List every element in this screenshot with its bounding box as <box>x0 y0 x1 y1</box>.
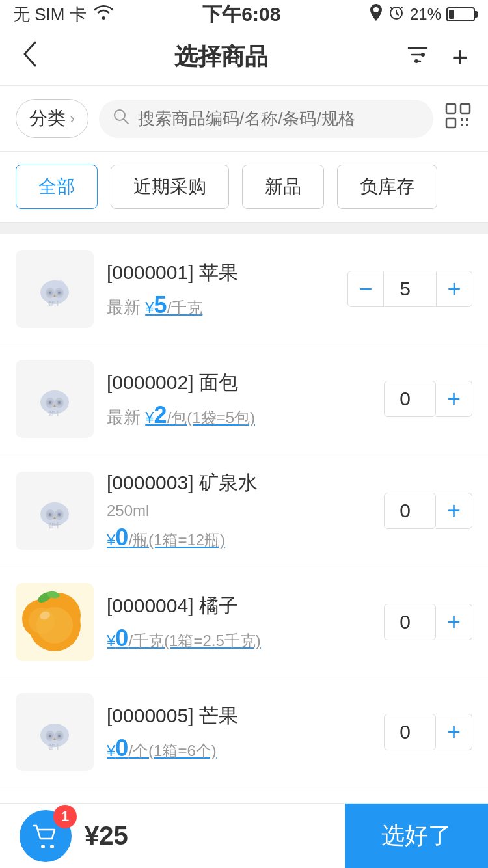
svg-text:智十: 智十 <box>48 410 61 417</box>
nav-actions: + <box>403 40 468 74</box>
product-item: 智十 [0000002] 面包 最新 ¥2/包(1袋=5包) + <box>0 344 488 454</box>
svg-point-2 <box>414 59 418 63</box>
quantity-input[interactable] <box>384 381 436 417</box>
tab-negative[interactable]: 负库存 <box>337 165 437 209</box>
svg-rect-5 <box>446 118 455 128</box>
search-input[interactable] <box>138 109 420 129</box>
status-right: 21% <box>370 4 475 25</box>
carrier-text: 无 SIM 卡 <box>13 3 87 26</box>
product-name: [0000001] 苹果 <box>107 260 334 286</box>
search-icon <box>112 107 130 130</box>
location-icon <box>370 4 383 25</box>
product-info: [0000005] 芒果 ¥0/个(1箱=6个) <box>107 703 371 762</box>
product-thumbnail: 智十 <box>16 472 94 550</box>
cart-area: 1 ¥25 <box>0 810 345 862</box>
category-button[interactable]: 分类 › <box>16 99 88 138</box>
quantity-control: + <box>384 381 472 417</box>
svg-text:智十: 智十 <box>48 743 61 750</box>
product-price: ¥0/千克(1箱=2.5千克) <box>107 625 371 652</box>
product-name: [0000004] 橘子 <box>107 593 371 619</box>
product-item: 智十 [0000001] 苹果 最新 ¥5/千克 − + <box>0 234 488 344</box>
svg-point-40 <box>29 608 55 634</box>
svg-point-15 <box>58 292 61 294</box>
product-info: [0000004] 橘子 ¥0/千克(1箱=2.5千克) <box>107 593 371 652</box>
confirm-button[interactable]: 选好了 <box>345 804 488 869</box>
search-row: 分类 › <box>0 86 488 152</box>
product-thumbnail: 智十 <box>16 360 94 438</box>
product-list: 智十 [0000001] 苹果 最新 ¥5/千克 − + <box>0 234 488 868</box>
quantity-input[interactable] <box>384 271 436 307</box>
battery-percent: 21% <box>410 5 441 23</box>
product-info: [0000001] 苹果 最新 ¥5/千克 <box>107 260 334 319</box>
page-title: 选择商品 <box>174 41 268 73</box>
bottom-bar: 1 ¥25 选好了 <box>0 803 488 868</box>
product-price: ¥0/个(1箱=6个) <box>107 735 371 762</box>
svg-point-33 <box>58 513 61 516</box>
svg-text:智十: 智十 <box>48 300 61 307</box>
scan-icon[interactable] <box>444 102 472 136</box>
wifi-icon <box>93 5 114 25</box>
quantity-plus-button[interactable]: + <box>436 714 472 750</box>
cart-badge: 1 <box>53 805 77 828</box>
quantity-plus-button[interactable]: + <box>436 381 472 417</box>
product-name: [0000003] 矿泉水 <box>107 470 371 496</box>
svg-point-14 <box>49 292 51 294</box>
tab-new[interactable]: 新品 <box>242 165 324 209</box>
product-info: [0000002] 面包 最新 ¥2/包(1袋=5包) <box>107 370 371 429</box>
quantity-control: + <box>384 604 472 640</box>
svg-point-71 <box>41 845 45 848</box>
product-info: [0000003] 矿泉水 250ml ¥0/瓶(1箱=12瓶) <box>107 470 371 551</box>
section-divider <box>0 223 488 234</box>
quantity-control: + <box>384 714 472 750</box>
filter-icon[interactable] <box>403 40 432 74</box>
cart-button[interactable]: 1 <box>20 810 72 862</box>
cart-total: ¥25 <box>85 821 128 850</box>
status-bar: 无 SIM 卡 下午6:08 21% <box>0 0 488 29</box>
quantity-minus-button[interactable]: − <box>347 271 384 307</box>
status-time: 下午6:08 <box>202 1 280 28</box>
product-name: [0000005] 芒果 <box>107 703 371 729</box>
product-item: [0000004] 橘子 ¥0/千克(1箱=2.5千克) + <box>0 567 488 677</box>
quantity-plus-button[interactable]: + <box>436 493 472 529</box>
quantity-control: − + <box>347 271 472 307</box>
tabs-row: 全部 近期采购 新品 负库存 <box>0 152 488 223</box>
quantity-plus-button[interactable]: + <box>436 271 472 307</box>
product-price: 最新 ¥5/千克 <box>107 292 334 319</box>
product-thumbnail: 智十 <box>16 693 94 771</box>
product-thumbnail <box>16 583 94 661</box>
product-item: 智十 [0000003] 矿泉水 250ml ¥0/瓶(1箱=12瓶) + <box>0 454 488 567</box>
svg-point-23 <box>49 401 51 404</box>
product-price: ¥0/瓶(1箱=12瓶) <box>107 524 371 551</box>
svg-rect-4 <box>446 104 455 113</box>
svg-point-32 <box>49 513 51 516</box>
svg-point-24 <box>58 401 61 404</box>
product-price: 最新 ¥2/包(1袋=5包) <box>107 401 371 429</box>
product-spec: 250ml <box>107 502 371 520</box>
back-button[interactable] <box>20 38 39 75</box>
battery-icon <box>446 7 475 21</box>
product-name: [0000002] 面包 <box>107 370 371 396</box>
quantity-control: + <box>384 493 472 529</box>
quantity-input[interactable] <box>384 493 436 529</box>
category-chevron-icon: › <box>70 109 75 128</box>
svg-point-72 <box>50 845 54 848</box>
svg-point-50 <box>58 735 61 737</box>
tab-all[interactable]: 全部 <box>16 165 98 209</box>
search-box <box>99 100 433 138</box>
svg-text:智十: 智十 <box>48 522 61 529</box>
add-button[interactable]: + <box>452 43 468 72</box>
alarm-icon <box>388 4 405 25</box>
quantity-input[interactable] <box>384 604 436 640</box>
svg-point-49 <box>49 735 51 737</box>
status-left: 无 SIM 卡 <box>13 3 114 26</box>
svg-rect-6 <box>461 104 470 113</box>
nav-bar: 选择商品 + <box>0 29 488 86</box>
product-item: 智十 [0000005] 芒果 ¥0/个(1箱=6个) + <box>0 677 488 787</box>
product-thumbnail: 智十 <box>16 250 94 328</box>
category-label: 分类 <box>29 106 66 131</box>
quantity-plus-button[interactable]: + <box>436 604 472 640</box>
quantity-input[interactable] <box>384 714 436 750</box>
tab-recent[interactable]: 近期采购 <box>111 165 229 209</box>
svg-point-1 <box>421 53 425 57</box>
